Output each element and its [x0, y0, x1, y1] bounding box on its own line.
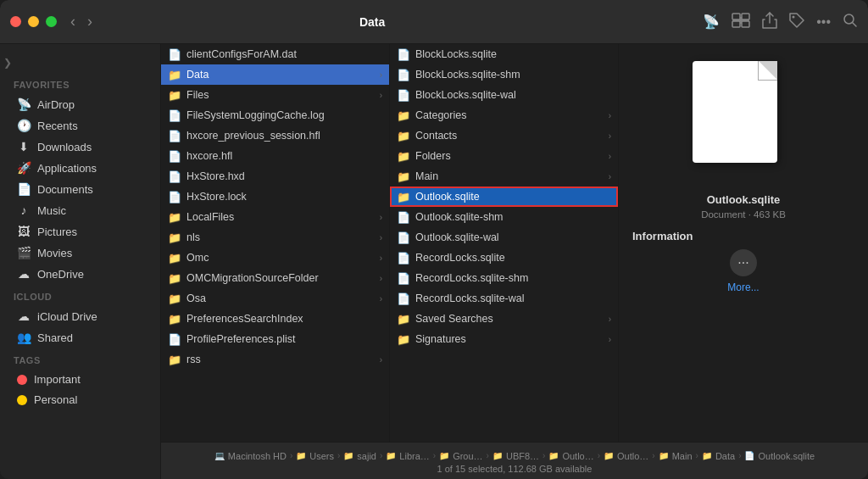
sidebar-item-applications[interactable]: 🚀 Applications	[3, 158, 157, 178]
list-item-outlook-sqlite[interactable]: 📁 Outlook.sqlite	[390, 187, 618, 207]
folder-icon: 📁	[397, 332, 410, 346]
tag-icon[interactable]	[789, 13, 804, 31]
list-item[interactable]: 📁 nls ›	[161, 227, 389, 248]
folder-icon: 📁	[343, 451, 353, 460]
chevron-right-icon: ›	[609, 172, 611, 181]
folder-icon: 📁	[386, 451, 396, 460]
list-item[interactable]: 📁 PreferencesSearchIndex	[161, 309, 389, 329]
list-item[interactable]: 📄 RecordLocks.sqlite-shm	[390, 268, 618, 288]
list-item[interactable]: 📄 ProfilePreferences.plist	[161, 329, 389, 349]
sidebar-item-personal[interactable]: Personal	[3, 390, 157, 409]
doc-icon: 📄	[397, 88, 410, 102]
list-item[interactable]: 📄 RecordLocks.sqlite-wal	[390, 288, 618, 309]
list-item[interactable]: 📁 Signatures ›	[390, 329, 618, 349]
list-item[interactable]: 📄 HxStore.lock	[161, 187, 389, 207]
view-options-icon[interactable]	[732, 13, 750, 31]
list-item[interactable]: 📁 Contacts ›	[390, 125, 618, 146]
sidebar-item-movies[interactable]: 🎬 Movies	[3, 242, 157, 263]
doc-icon: 📄	[744, 451, 754, 460]
folder-icon: 📁	[168, 68, 181, 81]
list-item[interactable]: 📄 Outlook.sqlite-wal	[390, 227, 618, 248]
file-name: hxcore_previous_session.hfl	[186, 130, 320, 142]
sidebar-item-label: Personal	[34, 393, 77, 406]
file-name: Osa	[186, 292, 206, 304]
content-area: 📄 clientConfigsForAM.dat 📁 Data › 📁 File…	[161, 44, 868, 479]
list-item[interactable]: 📁 Folders ›	[390, 146, 618, 166]
tags-section-label: Tags	[0, 348, 160, 369]
documents-icon: 📄	[17, 182, 31, 196]
list-item[interactable]: 📁 Main ›	[390, 166, 618, 187]
list-item[interactable]: 📁 Data ›	[161, 64, 389, 85]
list-item[interactable]: 📁 LocalFiles ›	[161, 207, 389, 227]
list-item[interactable]: 📁 Osa ›	[161, 288, 389, 309]
sidebar-item-important[interactable]: Important	[3, 370, 157, 389]
sidebar-item-music[interactable]: ♪ Music	[3, 200, 157, 220]
preview-file-icon	[693, 61, 794, 180]
list-item[interactable]: 📁 Files ›	[161, 85, 389, 105]
close-button[interactable]	[10, 16, 21, 27]
preview-more-button[interactable]: ···	[730, 249, 757, 276]
sidebar-collapse-btn[interactable]: ❯	[3, 57, 12, 69]
folder-icon: 📁	[296, 451, 306, 460]
folder-icon: 📁	[397, 149, 410, 163]
list-item[interactable]: 📄 RecordLocks.sqlite	[390, 248, 618, 268]
list-item[interactable]: 📄 clientConfigsForAM.dat	[161, 44, 389, 64]
breadcrumb-item[interactable]: 💻 Macintosh HD	[214, 451, 287, 461]
list-item[interactable]: 📁 Saved Searches ›	[390, 309, 618, 329]
list-item[interactable]: 📁 rss ›	[161, 349, 389, 370]
list-item[interactable]: 📄 BlockLocks.sqlite-shm	[390, 64, 618, 85]
file-name: Outlook.sqlite	[415, 191, 480, 203]
list-item[interactable]: 📄 BlockLocks.sqlite	[390, 44, 618, 64]
search-icon[interactable]	[843, 13, 858, 31]
breadcrumb-item[interactable]: 📁 Grou…	[439, 451, 482, 461]
breadcrumb-item[interactable]: 📁 Main	[659, 451, 693, 461]
sidebar-item-label: AirDrop	[37, 98, 75, 111]
folder-icon: 📁	[659, 451, 669, 460]
list-item[interactable]: 📄 Outlook.sqlite-shm	[390, 207, 618, 227]
preview-more-text[interactable]: More...	[727, 281, 759, 293]
list-item[interactable]: 📄 BlockLocks.sqlite-wal	[390, 85, 618, 105]
sidebar-item-shared[interactable]: 👥 Shared	[3, 327, 157, 348]
list-item[interactable]: 📄 FileSystemLoggingCache.log	[161, 105, 389, 125]
breadcrumb-item[interactable]: 📁 UBF8…	[492, 451, 539, 461]
breadcrumb-item[interactable]: 📁 Outlo…	[604, 451, 648, 461]
doc-icon: 📄	[397, 210, 410, 224]
list-item[interactable]: 📁 OMCMigrationSourceFolder ›	[161, 268, 389, 288]
list-item[interactable]: 📁 Omc ›	[161, 248, 389, 268]
breadcrumb-item[interactable]: 📁 Users	[296, 451, 334, 461]
icloud-section-label: iCloud	[0, 285, 160, 305]
airdrop-toolbar-icon[interactable]: 📡	[703, 14, 720, 30]
list-item[interactable]: 📁 Categories ›	[390, 105, 618, 125]
list-item[interactable]: 📄 hxcore.hfl	[161, 146, 389, 166]
list-item[interactable]: 📄 HxStore.hxd	[161, 166, 389, 187]
breadcrumb-label: Data	[715, 451, 735, 461]
svg-rect-3	[742, 21, 749, 27]
doc-icon: 📄	[168, 190, 181, 203]
sidebar-item-downloads[interactable]: ⬇ Downloads	[3, 136, 157, 157]
sidebar-item-label: iCloud Drive	[37, 310, 97, 323]
preview-filename: Outlook.sqlite	[707, 193, 781, 206]
recents-icon: 🕐	[17, 119, 31, 132]
share-icon[interactable]	[762, 12, 777, 32]
doc-icon: 📄	[168, 170, 181, 183]
breadcrumb-item[interactable]: 📄 Outlook.sqlite	[744, 451, 815, 461]
list-item[interactable]: 📄 hxcore_previous_session.hfl	[161, 125, 389, 146]
sidebar-item-label: Recents	[37, 120, 78, 132]
sidebar-item-recents[interactable]: 🕐 Recents	[3, 115, 157, 136]
sidebar-item-icloud-drive[interactable]: ☁ iCloud Drive	[3, 306, 157, 326]
preview-info-label: Information	[632, 230, 693, 242]
minimize-button[interactable]	[28, 16, 39, 27]
chevron-right-icon: ›	[380, 233, 382, 242]
sidebar-item-pictures[interactable]: 🖼 Pictures	[3, 221, 157, 242]
file-name: FileSystemLoggingCache.log	[186, 109, 325, 121]
breadcrumb-item[interactable]: 📁 sajid	[343, 451, 376, 461]
sidebar-item-onedrive[interactable]: ☁ OneDrive	[3, 264, 157, 284]
sidebar-item-documents[interactable]: 📄 Documents	[3, 179, 157, 199]
breadcrumb-item[interactable]: 📁 Outlo…	[548, 451, 593, 461]
breadcrumb-item[interactable]: 📁 Libra…	[386, 451, 429, 461]
preview-meta: Document · 463 KB	[701, 209, 786, 220]
more-options-icon[interactable]: •••	[816, 14, 831, 30]
breadcrumb-item[interactable]: 📁 Data	[702, 451, 735, 461]
sidebar-item-airdrop[interactable]: 📡 AirDrop	[3, 94, 157, 114]
file-column-2: 📄 BlockLocks.sqlite 📄 BlockLocks.sqlite-…	[390, 44, 619, 442]
